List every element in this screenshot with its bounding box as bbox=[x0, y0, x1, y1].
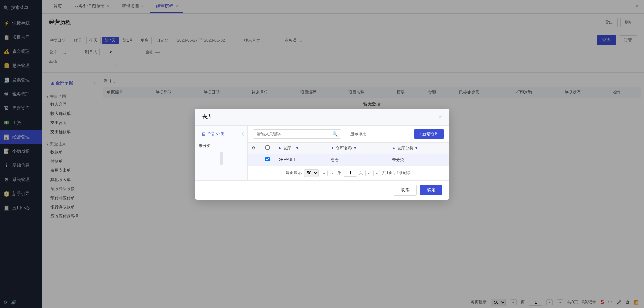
modal-page-suffix: 页 bbox=[359, 170, 363, 176]
modal-tree-uncategorized[interactable]: 未分类 bbox=[195, 141, 247, 150]
add-warehouse-button[interactable]: + 新增仓库 bbox=[414, 129, 443, 139]
modal-prev-page-btn[interactable]: ‹ bbox=[330, 170, 336, 176]
modal-per-page-select[interactable]: 50 bbox=[304, 169, 319, 177]
modal-pagination: 每页显示 50 « ‹ 第 页 › » 共1页，1条记录 bbox=[248, 166, 449, 180]
sort-down-icon-3: ▼ bbox=[414, 146, 418, 150]
col-gear: ⚙ bbox=[248, 143, 261, 154]
modal-page-label: 第 bbox=[337, 170, 341, 176]
modal-first-page-btn[interactable]: « bbox=[321, 170, 328, 176]
cancel-button[interactable]: 取消 bbox=[394, 185, 417, 196]
confirm-button[interactable]: 确定 bbox=[420, 185, 442, 195]
sort-down-icon-2: ▼ bbox=[353, 146, 357, 150]
modal-footer: 取消 确定 bbox=[195, 180, 449, 200]
modal-table: ⚙ ▲ 仓库... ▼ ▲ 仓库名称 ▼ bbox=[248, 143, 449, 166]
modal-total-info: 共1页，1条记录 bbox=[382, 170, 411, 176]
sort-up-icon-3: ▲ bbox=[392, 146, 396, 150]
modal-tree-all-label: 全部分类 bbox=[207, 131, 225, 137]
modal-search-box: 🔍 bbox=[253, 129, 341, 139]
sort-up-icon: ▲ bbox=[278, 146, 282, 150]
cell-code: DEFAULT bbox=[274, 154, 327, 165]
col-code: ▲ 仓库... ▼ bbox=[274, 143, 327, 154]
modal-content-panel: 🔍 显示停用 + 新增仓库 ⚙ bbox=[248, 126, 449, 180]
modal-toolbar: 🔍 显示停用 + 新增仓库 bbox=[248, 126, 449, 143]
cell-category: 未分类 bbox=[388, 154, 449, 165]
show-disabled-checkbox[interactable] bbox=[345, 132, 349, 136]
modal-search-button[interactable]: 🔍 bbox=[330, 130, 341, 138]
sort-down-icon: ▼ bbox=[295, 146, 299, 150]
gear-icon-col[interactable]: ⚙ bbox=[252, 146, 255, 150]
modal-search-input[interactable] bbox=[253, 130, 330, 138]
col-name: ▲ 仓库名称 ▼ bbox=[327, 143, 388, 154]
modal-last-page-btn[interactable]: » bbox=[373, 170, 380, 176]
modal-tree-panel: ⊞ 全部分类 《 未分类 bbox=[195, 126, 248, 180]
modal-table-wrap: ⚙ ▲ 仓库... ▼ ▲ 仓库名称 ▼ bbox=[248, 143, 449, 166]
modal-page-input[interactable] bbox=[344, 170, 357, 177]
modal-tree-uncategorized-label: 未分类 bbox=[199, 143, 211, 148]
col-category: ▲ 仓库分类 ▼ bbox=[388, 143, 449, 154]
show-disabled-label: 显示停用 bbox=[345, 131, 367, 137]
modal-tree-header: ⊞ 全部分类 《 bbox=[195, 128, 247, 141]
modal-header: 仓库 × bbox=[195, 109, 449, 126]
modal-overlay: 仓库 × ⊞ 全部分类 《 未分类 bbox=[0, 0, 644, 308]
sort-up-icon-2: ▲ bbox=[331, 146, 335, 150]
cell-gear bbox=[248, 154, 261, 165]
show-disabled-text: 显示停用 bbox=[350, 131, 367, 137]
modal-close-button[interactable]: × bbox=[439, 114, 442, 121]
modal-title: 仓库 bbox=[202, 114, 212, 120]
warehouse-modal: 仓库 × ⊞ 全部分类 《 未分类 bbox=[195, 109, 449, 200]
modal-tree-collapse-icon[interactable]: 《 bbox=[240, 131, 244, 137]
modal-select-all[interactable] bbox=[265, 145, 270, 150]
row-checkbox[interactable] bbox=[265, 157, 270, 161]
modal-per-page-label: 每页显示 bbox=[286, 170, 302, 176]
modal-tree-scrollbar[interactable] bbox=[220, 152, 223, 165]
table-row[interactable]: DEFAULT 总仓 未分类 bbox=[248, 154, 449, 165]
modal-tree-all-btn[interactable]: ⊞ 全部分类 bbox=[199, 130, 228, 139]
modal-next-page-btn[interactable]: › bbox=[365, 170, 371, 176]
cell-name: 总仓 bbox=[327, 154, 388, 165]
modal-body: ⊞ 全部分类 《 未分类 🔍 bbox=[195, 126, 449, 180]
cell-check bbox=[261, 154, 274, 165]
col-check bbox=[261, 143, 274, 154]
grid-icon-modal: ⊞ bbox=[202, 131, 206, 137]
